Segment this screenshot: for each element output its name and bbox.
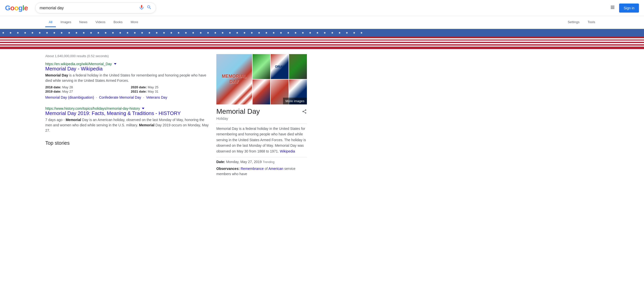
related-links: Memorial Day (disambiguation) · Confeder… [45,95,209,99]
header-right: Sign in [610,4,639,13]
search-bar [35,3,156,13]
remembrance-link[interactable]: Remembrance [241,167,264,171]
image-5[interactable] [253,80,270,104]
knowledge-title-row: Memorial Day [216,107,307,117]
result-item: https://www.history.com/topics/holidays/… [45,106,209,133]
date-grid: 2018 date: May 28 2020 date: May 25 2019… [45,85,209,93]
share-icon[interactable] [302,109,307,115]
result-title[interactable]: Memorial Day - Wikipedia [45,66,209,72]
search-nav: All Images News Videos Books More Settin… [0,16,644,29]
results-count: About 1,640,000,000 results (0.52 second… [45,54,209,58]
header: Google Sign in [0,0,644,16]
nav-settings[interactable]: Settings [564,18,583,27]
image-main[interactable]: MEMORIALDAY [216,54,252,104]
nav-right: Settings Tools [564,18,599,27]
result-url-2: https://www.history.com/topics/holidays/… [45,106,209,110]
result-item: https://en.wikipedia.org/wiki/Memorial_D… [45,62,209,99]
nav-more[interactable]: More [127,18,142,27]
result-title-2[interactable]: Memorial Day 2019: Facts, Meaning & Trad… [45,110,209,116]
dropdown-arrow-icon[interactable] [114,63,116,65]
related-link-confederate[interactable]: Confederate Memorial Day [99,95,141,99]
nav-books[interactable]: Books [110,18,126,27]
knowledge-panel-desc: Memorial Day is a federal holiday in the… [216,126,307,154]
knowledge-panel-type: Holiday [216,117,307,121]
knowledge-divider-2 [216,157,307,157]
image-4[interactable] [289,54,307,79]
nav-all[interactable]: All [45,18,56,27]
more-images-overlay[interactable]: More images [283,98,307,104]
image-2[interactable] [253,54,270,79]
flag-stars: ★ ★ ★ ★ ★ ★ ★ ★ ★ ★ ★ ★ ★ ★ ★ ★ ★ ★ ★ ★ … [0,29,644,36]
google-logo[interactable]: Google [5,4,28,12]
top-stories-heading: Top stories [45,140,209,146]
search-results: About 1,640,000,000 results (0.52 second… [45,54,209,178]
related-link-disambiguation[interactable]: Memorial Day (disambiguation) [45,95,94,99]
nav-videos[interactable]: Videos [92,18,109,27]
american-link[interactable]: American [268,167,283,171]
stars-text: ★ ★ ★ ★ ★ ★ ★ ★ ★ ★ ★ ★ ★ ★ ★ ★ ★ ★ ★ ★ … [2,31,365,34]
nav-images[interactable]: Images [57,18,75,27]
main-content: About 1,640,000,000 results (0.52 second… [0,49,644,178]
knowledge-panel: MEMORIALDAY ORIAL More images Memorial D… [216,54,312,178]
image-grid: MEMORIALDAY ORIAL More images [216,54,307,104]
wikipedia-link[interactable]: Wikipedia [280,149,295,153]
result-desc: Memorial Day is a federal holiday in the… [45,73,209,83]
knowledge-divider [216,124,307,124]
search-input[interactable] [39,6,137,10]
search-button[interactable] [147,5,152,11]
dropdown-arrow-icon-2[interactable] [142,108,144,109]
related-link-veterans[interactable]: Veterans Day [146,95,167,99]
knowledge-date: Date: Monday, May 27, 2019 Trending [216,159,307,165]
sign-in-button[interactable]: Sign in [619,4,639,13]
nav-tools[interactable]: Tools [584,18,599,27]
apps-grid-icon[interactable] [610,5,615,11]
result-url: https://en.wikipedia.org/wiki/Memorial_D… [45,62,209,66]
flag-banner: ★ ★ ★ ★ ★ ★ ★ ★ ★ ★ ★ ★ ★ ★ ★ ★ ★ ★ ★ ★ … [0,29,644,49]
image-main-text: MEMORIALDAY [222,74,247,85]
result-desc-2: 7 days ago - Memorial Day is an American… [45,117,209,133]
nav-news[interactable]: News [76,18,91,27]
knowledge-panel-title: Memorial Day [216,107,260,116]
image-3[interactable]: ORIAL [271,54,289,79]
mic-icon[interactable] [139,5,144,11]
knowledge-observances: Observances: Remembrance of American Rem… [216,166,307,177]
